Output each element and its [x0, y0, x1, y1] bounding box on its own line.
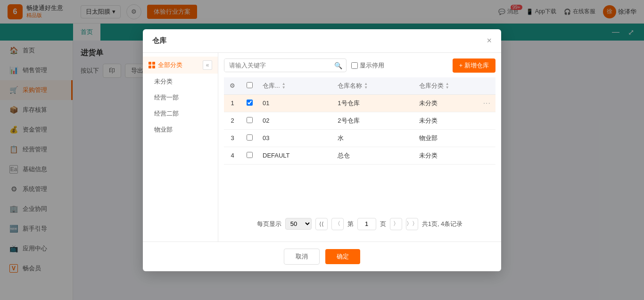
row-checkbox[interactable]	[247, 100, 253, 106]
modal-footer: 取消 确定	[143, 242, 501, 271]
cell-name: 2号仓库	[333, 112, 414, 129]
modal-body: 全部分类 « 未分类 经营一部 经营二部 物业部 🔍	[143, 53, 501, 242]
grid-icon	[149, 62, 155, 68]
table-row[interactable]: 3 03 水 物业部	[224, 129, 495, 147]
first-page-btn[interactable]: ⟨⟨	[315, 218, 328, 230]
warehouse-modal: 仓库 × 全部分类 « 未分类 经营一部 经营二部	[143, 29, 501, 271]
add-warehouse-button[interactable]: + 新增仓库	[453, 58, 495, 73]
category-collapse-btn[interactable]: «	[203, 60, 212, 70]
total-label: 共1页, 4条记录	[422, 220, 463, 228]
page-input[interactable]	[357, 218, 376, 230]
table-toolbar: 🔍 显示停用 + 新增仓库	[224, 58, 495, 73]
warehouse-table: ⚙ 仓库... ▲▼	[224, 77, 495, 165]
show-disabled-checkbox[interactable]	[351, 62, 358, 69]
pagination: 每页显示 50 100 200 ⟨⟨ 〈 第 页 〉 〉〉 共1页, 4条记录	[224, 212, 495, 236]
modal-close-button[interactable]: ×	[487, 36, 492, 46]
cell-category: 未分类	[414, 112, 495, 129]
select-all-checkbox[interactable]	[247, 82, 253, 88]
modal-title: 仓库	[152, 36, 166, 45]
per-page-select[interactable]: 50 100 200	[285, 218, 312, 230]
modal-overlay: 仓库 × 全部分类 « 未分类 经营一部 经营二部	[0, 0, 644, 300]
cell-code: 02	[258, 112, 333, 129]
cell-checkbox[interactable]	[241, 147, 258, 164]
category-all-header[interactable]: 全部分类 «	[143, 57, 218, 74]
last-page-btn[interactable]: 〉〉	[406, 218, 418, 230]
page-label: 第	[347, 220, 354, 228]
next-page-btn[interactable]: 〉	[390, 218, 402, 230]
th-code: 仓库... ▲▼	[258, 77, 333, 95]
page-unit: 页	[380, 220, 386, 228]
category-dept1[interactable]: 经营一部	[143, 90, 218, 106]
row-action-btn[interactable]: ···	[483, 99, 491, 108]
settings-icon: ⚙	[230, 82, 235, 89]
category-property[interactable]: 物业部	[143, 122, 218, 138]
per-page-label: 每页显示	[257, 220, 281, 228]
category-uncategorized[interactable]: 未分类	[143, 74, 218, 90]
cell-name: 总仓	[333, 147, 414, 164]
cell-code: DEFAULT	[258, 147, 333, 164]
category-dept2[interactable]: 经营二部	[143, 106, 218, 122]
table-header-row: ⚙ 仓库... ▲▼	[224, 77, 495, 95]
show-disabled-label: 显示停用	[351, 61, 384, 70]
th-category: 仓库分类 ▲▼	[414, 77, 495, 95]
search-box: 🔍	[224, 58, 347, 72]
search-input[interactable]	[224, 59, 330, 72]
table-area: 🔍 显示停用 + 新增仓库 ⚙	[218, 53, 501, 242]
cell-name: 水	[333, 129, 414, 147]
cell-code: 01	[258, 94, 333, 112]
modal-header: 仓库 ×	[143, 29, 501, 53]
confirm-button[interactable]: 确定	[325, 249, 360, 264]
cell-checkbox[interactable]	[241, 129, 258, 147]
th-name: 仓库名称 ▲▼	[333, 77, 414, 95]
table-row[interactable]: 4 DEFAULT 总仓 未分类	[224, 147, 495, 164]
cell-no: 2	[224, 112, 241, 129]
category-all-label: 全部分类	[158, 61, 182, 69]
table-row[interactable]: 1 01 1号仓库 未分类 ···	[224, 94, 495, 112]
row-checkbox[interactable]	[247, 117, 253, 123]
row-checkbox[interactable]	[247, 152, 253, 158]
th-checkbox	[241, 77, 258, 95]
cell-category: 未分类 ···	[414, 94, 495, 112]
cell-code: 03	[258, 129, 333, 147]
search-icon[interactable]: 🔍	[330, 62, 346, 69]
cell-no: 3	[224, 129, 241, 147]
row-checkbox[interactable]	[247, 134, 253, 141]
cell-no: 1	[224, 94, 241, 112]
cancel-button[interactable]: 取消	[284, 249, 320, 265]
th-settings: ⚙	[224, 77, 241, 95]
cell-name: 1号仓库	[333, 94, 414, 112]
cell-category: 未分类	[414, 147, 495, 164]
cell-no: 4	[224, 147, 241, 164]
cell-checkbox[interactable]	[241, 94, 258, 112]
cell-checkbox[interactable]	[241, 112, 258, 129]
prev-page-btn[interactable]: 〈	[331, 218, 344, 230]
cell-category: 物业部	[414, 129, 495, 147]
category-panel: 全部分类 « 未分类 经营一部 经营二部 物业部	[143, 53, 218, 242]
table-row[interactable]: 2 02 2号仓库 未分类	[224, 112, 495, 129]
